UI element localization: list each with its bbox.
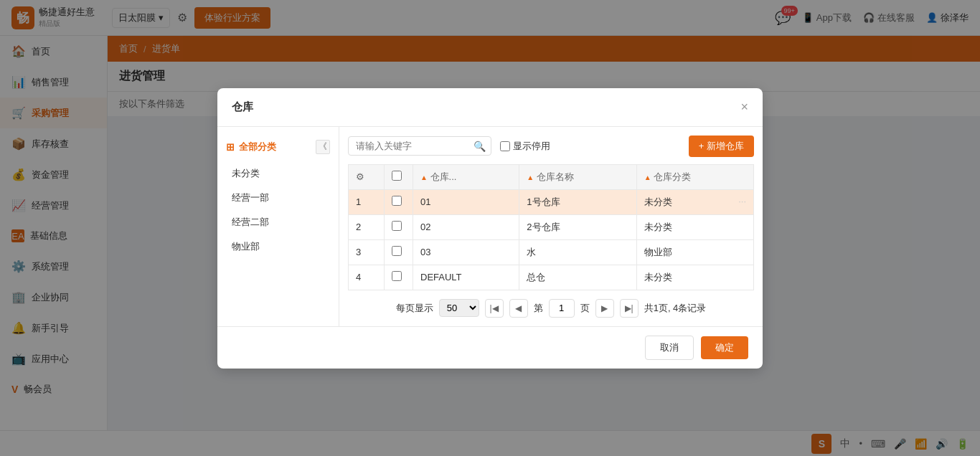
- col-code: ▲ 仓库...: [413, 164, 519, 189]
- last-page-btn[interactable]: ▶|: [620, 299, 639, 318]
- new-warehouse-button[interactable]: + 新增仓库: [689, 136, 754, 157]
- row-checkbox[interactable]: [392, 221, 402, 231]
- col-name: ▲ 仓库名称: [519, 164, 636, 189]
- col-gear: ⚙: [349, 164, 385, 189]
- col-code-label: 仓库...: [430, 171, 457, 182]
- search-button[interactable]: 🔍: [473, 141, 486, 152]
- col-category-label: 仓库分类: [654, 171, 691, 182]
- grid-icon: ⊞: [226, 141, 235, 153]
- row-name: 水: [519, 239, 636, 265]
- show-disabled-text: 显示停用: [513, 140, 550, 153]
- col-name-label: 仓库名称: [537, 171, 574, 182]
- per-page-select[interactable]: 50 20 100: [439, 299, 479, 317]
- col-category: ▲ 仓库分类: [636, 164, 753, 189]
- col-checkbox: [385, 164, 413, 189]
- row-checkbox-cell: [385, 214, 413, 239]
- table-toolbar: 🔍 显示停用 + 新增仓库: [348, 136, 754, 157]
- row-actions[interactable]: ···: [738, 196, 746, 206]
- prev-page-btn[interactable]: ◀: [509, 299, 528, 318]
- toolbar-left: 🔍 显示停用: [348, 136, 550, 156]
- warehouse-modal: 仓库 × ⊞ 全部分类 《 未分类 经营一部 经营二部 物业部: [217, 88, 763, 369]
- search-input[interactable]: [348, 136, 491, 156]
- modal-body: ⊞ 全部分类 《 未分类 经营一部 经营二部 物业部: [217, 127, 763, 326]
- table-row: 3 03 水 物业部: [349, 239, 754, 265]
- page-suffix: 页: [580, 302, 590, 315]
- row-category: 未分类: [636, 265, 753, 290]
- total-info: 共1页, 4条记录: [644, 302, 707, 315]
- category-item-uncategorized[interactable]: 未分类: [217, 161, 339, 186]
- row-checkbox-cell: [385, 189, 413, 214]
- row-code: 03: [413, 239, 519, 265]
- row-category: 物业部: [636, 239, 753, 265]
- table-panel: 🔍 显示停用 + 新增仓库 ⚙: [339, 127, 763, 326]
- search-wrap: 🔍: [348, 136, 491, 156]
- first-page-btn[interactable]: |◀: [485, 299, 504, 318]
- select-all-checkbox[interactable]: [392, 171, 402, 181]
- row-code: 02: [413, 214, 519, 239]
- row-checkbox[interactable]: [392, 271, 402, 281]
- show-disabled-label[interactable]: 显示停用: [500, 140, 550, 153]
- category-header: ⊞ 全部分类 《: [217, 136, 339, 161]
- category-item-op2[interactable]: 经营二部: [217, 210, 339, 234]
- row-num: 3: [349, 239, 385, 265]
- row-category: 未分类: [636, 214, 753, 239]
- warehouse-table: ⚙ ▲ 仓库... ▲ 仓库名称: [348, 164, 754, 290]
- row-code: 01: [413, 189, 519, 214]
- confirm-button[interactable]: 确定: [701, 336, 748, 359]
- row-num: 4: [349, 265, 385, 290]
- sort-icon-cat: ▲: [644, 174, 651, 181]
- table-row: 1 01 1号仓库 未分类 ···: [349, 189, 754, 214]
- row-category: 未分类 ···: [636, 189, 753, 214]
- category-item-op1[interactable]: 经营一部: [217, 186, 339, 210]
- row-name: 1号仓库: [519, 189, 636, 214]
- modal-title: 仓库: [232, 100, 253, 114]
- table-row: 2 02 2号仓库 未分类: [349, 214, 754, 239]
- settings-icon[interactable]: ⚙: [356, 171, 364, 182]
- page-label: 第: [534, 302, 543, 315]
- row-checkbox[interactable]: [392, 246, 402, 256]
- row-checkbox-cell: [385, 265, 413, 290]
- row-num: 1: [349, 189, 385, 214]
- page-number-input[interactable]: [549, 299, 575, 318]
- collapse-icon: 《: [319, 141, 327, 153]
- row-category-val: 未分类: [644, 196, 672, 207]
- table-row: 4 DEFAULT 总仓 未分类: [349, 265, 754, 290]
- modal-footer: 取消 确定: [217, 326, 763, 369]
- row-checkbox-cell: [385, 239, 413, 265]
- category-all-btn[interactable]: ⊞ 全部分类: [226, 141, 276, 153]
- row-name: 2号仓库: [519, 214, 636, 239]
- category-item-property[interactable]: 物业部: [217, 234, 339, 259]
- row-code: DEFAULT: [413, 265, 519, 290]
- show-disabled-checkbox[interactable]: [500, 141, 510, 151]
- row-checkbox[interactable]: [392, 196, 402, 206]
- sort-icon-code: ▲: [420, 174, 428, 181]
- next-page-btn[interactable]: ▶: [595, 299, 614, 318]
- category-all-label: 全部分类: [239, 141, 276, 153]
- row-name: 总仓: [519, 265, 636, 290]
- per-page-label: 每页显示: [396, 302, 433, 315]
- pagination: 每页显示 50 20 100 |◀ ◀ 第 页 ▶ ▶| 共1页, 4条记录: [348, 299, 754, 318]
- category-panel: ⊞ 全部分类 《 未分类 经营一部 经营二部 物业部: [217, 127, 339, 326]
- table-body: 1 01 1号仓库 未分类 ··· 2: [349, 189, 754, 290]
- row-num: 2: [349, 214, 385, 239]
- table-header: ⚙ ▲ 仓库... ▲ 仓库名称: [349, 164, 754, 189]
- collapse-panel-btn[interactable]: 《: [316, 140, 330, 154]
- modal-close-button[interactable]: ×: [740, 100, 748, 115]
- sort-icon-name: ▲: [527, 174, 534, 181]
- modal-overlay: 仓库 × ⊞ 全部分类 《 未分类 经营一部 经营二部 物业部: [0, 0, 980, 456]
- cancel-button[interactable]: 取消: [645, 336, 694, 360]
- modal-header: 仓库 ×: [217, 88, 763, 127]
